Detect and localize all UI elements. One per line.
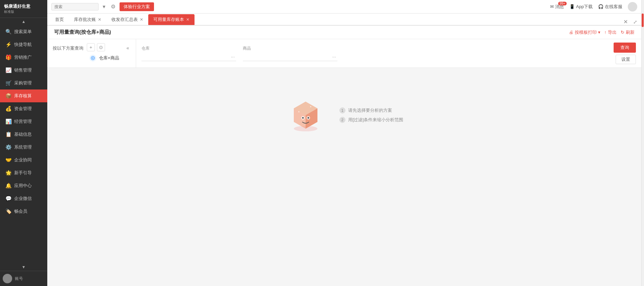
user-avatar[interactable] [628,2,637,11]
filter-settings-btn[interactable]: 设置 [616,55,636,64]
tab-receipt-summary[interactable]: 收发存汇总表 ✕ [106,14,148,25]
sidebar-item-sales[interactable]: 📈销售管理 [0,64,47,77]
empty-tip-1: 1 请先选择要分析的方案 [339,107,403,113]
tab-batch-ledger-close[interactable]: ✕ [98,18,101,22]
sidebar-item-inventory[interactable]: 📦库存核算 [0,89,47,102]
scheme-settings-btn[interactable]: ⊙ [97,43,105,51]
sidebar-label-finance: 资金管理 [14,106,32,112]
main-area: ▾ ⚙ 体验行业方案 ✉ 消息 99+ 📱 App下载 🎧 在线客服 首页 [47,0,641,286]
sidebar-item-appstore[interactable]: 🔔应用中心 [0,179,47,192]
tabbar-close-all-btn[interactable]: ✕ [622,19,629,25]
empty-content: 1 请先选择要分析的方案 2 用[过滤]条件来缩小分析范围 [285,95,403,135]
sidebar-item-system[interactable]: ⚙️系统管理 [0,141,47,154]
tab-receipt-summary-label: 收发存汇总表 [111,17,138,23]
tab-batch-ledger[interactable]: 库存批次账 ✕ [69,14,106,25]
empty-tip-2: 2 用[过滤]条件来缩小分析范围 [339,117,403,123]
print-btn[interactable]: 🖨 按模板打印 ▾ [569,29,600,35]
sidebar-item-member[interactable]: 🏷️畅会员 [0,205,47,218]
sidebar-footer-label: 账号 [15,276,23,282]
tab-home-label: 首页 [55,17,64,23]
headset-icon: 🎧 [598,4,603,9]
sidebar-item-wechat[interactable]: 💬企业微信 [0,192,47,205]
sidebar-item-shortcut[interactable]: ⚡快捷导航 [0,38,47,51]
sidebar-item-newbie[interactable]: 🌟新手引导 [0,166,47,179]
sidebar-label-member: 畅会员 [14,208,27,214]
sidebar-footer[interactable]: 账号 [0,271,47,286]
sidebar-icon-base: 📋 [5,131,11,137]
sidebar-item-search[interactable]: 🔍搜索菜单 [0,25,47,38]
tip-text-1: 请先选择要分析的方案 [348,107,392,113]
sidebar-item-finance[interactable]: 💰资金管理 [0,102,47,115]
brand-tag: 标准版 [4,9,43,14]
product-more-btn[interactable]: ··· [331,54,338,59]
sidebar-icon-shortcut: ⚡ [5,42,11,48]
query-btn[interactable]: 查询 [614,43,636,53]
messages-btn[interactable]: ✉ 消息 99+ [550,4,564,10]
svg-point-11 [310,106,311,107]
tabbar: 首页 库存批次账 ✕ 收发存汇总表 ✕ 可用量库存账本 ✕ ✕ ⤢ [47,14,641,26]
refresh-btn[interactable]: ↻ 刷新 [621,29,635,35]
messages-badge: 99+ [558,2,567,5]
sidebar-scroll-down[interactable]: ▼ [0,263,47,271]
export-btn[interactable]: ↑ 导出 [604,29,617,35]
tab-home[interactable]: 首页 [50,14,69,25]
brand-name: 畅康通好生意 [4,3,43,9]
filter-fields-area: 仓库 ··· 商品 ··· 查询 [136,39,641,68]
sidebar-item-base[interactable]: 📋基础信息 [0,128,47,141]
sidebar-label-search: 搜索菜单 [14,29,32,35]
export-icon: ↑ [604,30,607,35]
warehouse-more-btn[interactable]: ··· [230,54,236,59]
print-label: 按模板打印 [575,29,597,35]
tabbar-expand-btn[interactable]: ⤢ [632,19,639,25]
scheme-add-btn[interactable]: + [87,43,95,51]
sidebar-label-operation: 经营管理 [14,119,32,125]
scheme-icon [89,55,96,61]
sidebar-scroll-up[interactable]: ▲ [0,18,47,25]
page-actions: 🖨 按模板打印 ▾ ↑ 导出 ↻ 刷新 [569,29,635,35]
sidebar-avatar [3,274,12,283]
product-input[interactable] [243,54,329,59]
empty-illustration [285,95,326,135]
topbar-search-input[interactable] [51,3,99,10]
scheme-label: 仓库+商品 [99,55,119,61]
product-field-label: 商品 [243,46,337,51]
warehouse-filter-field: 仓库 ··· [141,46,236,61]
scheme-warehouse-product[interactable]: 仓库+商品 [87,53,122,63]
online-service-btn[interactable]: 🎧 在线客服 [598,4,622,10]
sidebar-icon-operation: 📊 [5,119,11,125]
empty-state: 1 请先选择要分析的方案 2 用[过滤]条件来缩小分析范围 [47,68,641,162]
print-dropdown-icon: ▾ [598,30,600,35]
product-filter-field: 商品 ··· [243,46,337,61]
warehouse-input-row: ··· [141,53,236,61]
tip-num-2: 2 [339,117,345,123]
phone-icon: 📱 [569,4,575,9]
sidebar-label-shortcut: 快捷导航 [14,42,32,48]
tab-receipt-summary-close[interactable]: ✕ [140,18,143,22]
sidebar-header: 畅康通好生意 标准版 [0,0,47,18]
tab-available-ledger-close[interactable]: ✕ [186,18,189,22]
sidebar-label-newbie: 新手引导 [14,170,32,176]
sidebar-label-system: 系统管理 [14,144,32,150]
topbar-settings-btn[interactable]: ⚙ [109,3,117,10]
tip-num-1: 1 [339,107,345,113]
industry-btn[interactable]: 体验行业方案 [120,2,154,11]
sidebar-item-operation[interactable]: 📊经营管理 [0,115,47,128]
collapse-panel-btn[interactable]: « [125,44,131,52]
sidebar-label-purchase: 采购管理 [14,80,32,86]
filter-scheme-panel: 按以下方案查询 + ⊙ 仓库+商品 « [47,39,136,68]
sidebar-item-enterprise[interactable]: 🤝企业协同 [0,154,47,166]
page-header: 可用量查询(按仓库+商品) 🖨 按模板打印 ▾ ↑ 导出 ↻ 刷新 [47,26,641,39]
print-icon: 🖨 [569,30,573,35]
right-scrollbar-thumb[interactable] [642,14,644,27]
sidebar-label-wechat: 企业微信 [14,196,32,202]
sidebar-item-marketing[interactable]: 🎁营销推广 [0,51,47,64]
tab-available-ledger[interactable]: 可用量库存账本 ✕ [148,14,195,25]
app-download-btn[interactable]: 📱 App下载 [569,4,593,10]
filter-right-actions: 查询 设置 [614,43,636,64]
sidebar-icon-appstore: 🔔 [5,183,11,189]
topbar-dropdown-btn[interactable]: ▾ [101,3,107,10]
warehouse-input[interactable] [141,54,228,59]
sidebar-item-purchase[interactable]: 🛒采购管理 [0,77,47,89]
scheme-action-row: + ⊙ [87,43,122,51]
right-scrollbar [641,0,644,286]
